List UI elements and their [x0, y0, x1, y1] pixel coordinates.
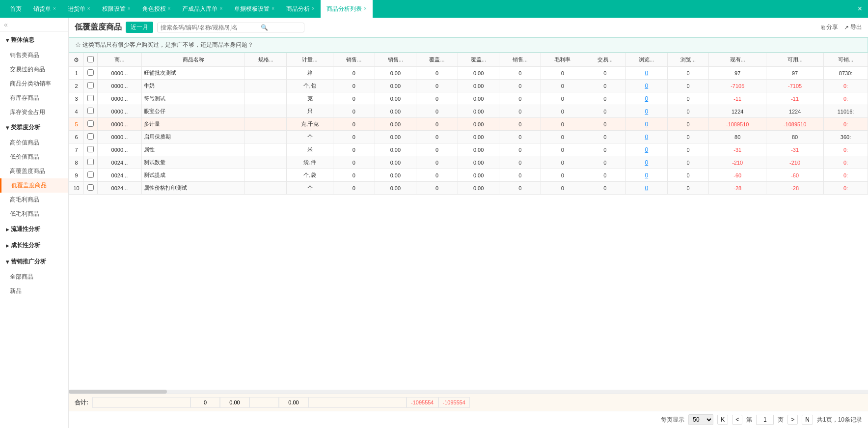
sidebar-item-capital[interactable]: 库存资金占用: [0, 105, 68, 119]
cell-gross-margin: 0: [541, 131, 584, 143]
row-checkbox[interactable]: [87, 108, 94, 114]
next-page-button[interactable]: >: [787, 415, 798, 425]
nav-tab-purchase[interactable]: 进货单 ×: [62, 0, 96, 18]
sidebar-item-low-margin[interactable]: 低毛利商品: [0, 207, 68, 221]
cell-checkbox[interactable]: [84, 182, 98, 195]
cell-current: -11: [709, 92, 766, 105]
close-icon[interactable]: ×: [87, 0, 90, 18]
sidebar-item-in-stock[interactable]: 有库存商品: [0, 91, 68, 105]
sidebar-item-high-coverage[interactable]: 高覆盖度商品: [0, 164, 68, 178]
cell-gross-margin: 0: [541, 105, 584, 118]
col-settings[interactable]: ⚙: [69, 53, 84, 67]
cell-trade: 0: [584, 92, 626, 105]
cell-sales-qty: 0: [333, 118, 375, 131]
cell-checkbox[interactable]: [84, 80, 98, 92]
row-checkbox[interactable]: [87, 69, 94, 76]
cell-checkbox[interactable]: [84, 143, 98, 156]
search-box: 🔍: [157, 23, 304, 32]
chevron-down-icon: ▾: [6, 124, 9, 131]
first-page-button[interactable]: K: [717, 415, 728, 425]
search-icon: 🔍: [261, 24, 268, 31]
sidebar-section-flow[interactable]: ▸ 流通性分析: [0, 221, 68, 237]
content-header: 低覆盖度商品 近一月 🔍 ⎗ 分享 ↗ 导出: [69, 18, 868, 37]
row-checkbox[interactable]: [87, 120, 94, 127]
row-checkbox[interactable]: [87, 171, 94, 178]
cell-checkbox[interactable]: [84, 105, 98, 118]
row-checkbox[interactable]: [87, 82, 94, 88]
row-checkbox[interactable]: [87, 159, 94, 165]
sidebar-item-high-value[interactable]: 高价值商品: [0, 136, 68, 150]
cell-sales-cnt: 0: [499, 118, 541, 131]
close-icon[interactable]: ×: [128, 0, 131, 18]
time-filter-button[interactable]: 近一月: [126, 22, 153, 33]
sidebar-item-sales-goods[interactable]: 销售类商品: [0, 48, 68, 62]
current-page-input[interactable]: [756, 415, 774, 425]
cell-sales-qty: 0: [333, 182, 375, 195]
cell-browse2: 0: [667, 143, 709, 156]
close-icon[interactable]: ×: [364, 0, 367, 18]
cell-checkbox[interactable]: [84, 67, 98, 80]
close-icon[interactable]: ×: [271, 0, 274, 18]
footer-cells: 0 0.00 0.00 -1095554 -1095554: [92, 397, 862, 408]
nav-tab-template[interactable]: 单据模板设置 ×: [228, 0, 280, 18]
nav-tab-home[interactable]: 首页: [4, 0, 27, 18]
sidebar-item-low-coverage[interactable]: 低覆盖度商品: [0, 178, 68, 193]
sidebar-section-marketing[interactable]: ▾ 营销推广分析: [0, 254, 68, 270]
sidebar-item-high-margin[interactable]: 高毛利商品: [0, 193, 68, 207]
share-button[interactable]: ⎗ 分享: [821, 23, 838, 31]
close-icon[interactable]: ×: [168, 0, 171, 18]
row-checkbox[interactable]: [87, 95, 94, 101]
cell-browse2: 0: [667, 80, 709, 92]
col-available: 可用...: [766, 53, 824, 67]
sidebar-item-traded-goods[interactable]: 交易过的商品: [0, 62, 68, 77]
row-checkbox[interactable]: [87, 146, 94, 152]
cell-sales-qty: 0: [333, 156, 375, 169]
horizontal-scrollbar[interactable]: [69, 390, 868, 394]
row-checkbox[interactable]: [87, 133, 94, 140]
cell-cover-pct: 0.00: [458, 169, 499, 182]
close-icon[interactable]: ×: [219, 0, 222, 18]
cell-name: 牛奶: [141, 80, 245, 92]
sidebar-section-overall[interactable]: ▾ 整体信息: [0, 32, 68, 48]
sidebar-item-low-value[interactable]: 低价值商品: [0, 150, 68, 164]
cell-checkbox[interactable]: [84, 131, 98, 143]
cell-checkbox[interactable]: [84, 118, 98, 131]
select-all-checkbox[interactable]: [87, 56, 94, 62]
cell-sales-qty: 0: [333, 92, 375, 105]
settings-icon[interactable]: ⚙: [74, 57, 79, 63]
prev-page-button[interactable]: <: [732, 415, 742, 425]
page-title: 低覆盖度商品: [75, 22, 122, 32]
nav-tab-analysis[interactable]: 商品分析 ×: [280, 0, 321, 18]
cell-checkbox[interactable]: [84, 156, 98, 169]
sidebar-item-category-rate[interactable]: 商品分类动销率: [0, 77, 68, 91]
nav-tab-roles[interactable]: 角色授权 ×: [136, 0, 177, 18]
cell-checkbox[interactable]: [84, 169, 98, 182]
cell-name: 测试数量: [141, 156, 245, 169]
search-input[interactable]: [161, 24, 259, 31]
close-icon[interactable]: ×: [53, 0, 56, 18]
row-checkbox[interactable]: [87, 184, 94, 191]
sidebar-item-new-goods[interactable]: 新品: [0, 284, 68, 298]
cell-sales-amt: 0.00: [375, 105, 416, 118]
cell-code: 0000...: [98, 118, 142, 131]
cell-spec: [245, 105, 287, 118]
sidebar-section-cluster[interactable]: ▾ 类群度分析: [0, 119, 68, 136]
nav-tab-permissions[interactable]: 权限设置 ×: [96, 0, 136, 18]
close-all-button[interactable]: ×: [858, 4, 862, 13]
last-page-button[interactable]: N: [802, 415, 813, 425]
sidebar-item-all-goods[interactable]: 全部商品: [0, 270, 68, 284]
collapse-button[interactable]: «: [4, 21, 8, 29]
scrollbar-thumb[interactable]: [69, 390, 167, 394]
close-icon[interactable]: ×: [312, 0, 315, 18]
nav-tab-products[interactable]: 产成品入库单 ×: [176, 0, 228, 18]
cell-cover-qty: 0: [416, 143, 458, 156]
page-size-select[interactable]: 50 20 100: [688, 414, 713, 425]
cell-checkbox[interactable]: [84, 92, 98, 105]
cell-unit: 箱: [287, 67, 333, 80]
nav-tab-sales[interactable]: 销货单 ×: [27, 0, 62, 18]
nav-tab-analysis-list[interactable]: 商品分析列表 ×: [321, 0, 373, 18]
table-container[interactable]: ⚙ 商... 商品名称 规格... 计量... 销售... 销售... 覆盖..…: [69, 53, 868, 390]
export-button[interactable]: ↗ 导出: [844, 23, 862, 31]
sidebar-section-growth[interactable]: ▸ 成长性分析: [0, 237, 68, 254]
page-prefix: 第: [746, 416, 752, 424]
